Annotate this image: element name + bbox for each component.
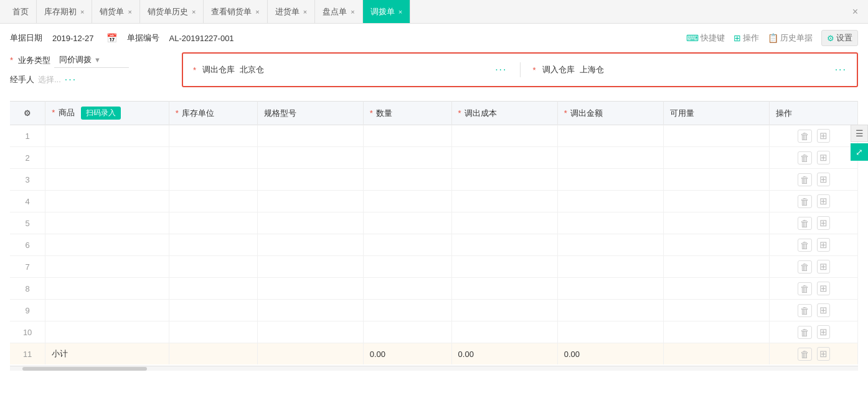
row-qty-cell[interactable]	[363, 147, 451, 169]
row-product-cell[interactable]	[45, 300, 169, 321]
delete-icon[interactable]: 🗑	[798, 195, 812, 208]
row-unit-cell[interactable]	[169, 321, 257, 343]
row-available-cell[interactable]	[663, 321, 769, 343]
tab-close-icon[interactable]: ×	[255, 8, 259, 16]
row-product-cell[interactable]	[45, 234, 169, 256]
horizontal-scrollbar[interactable]	[10, 366, 858, 371]
row-unit-cell[interactable]	[169, 125, 257, 147]
row-spec-cell[interactable]	[257, 125, 363, 147]
row-product-cell[interactable]	[45, 212, 169, 234]
copy-icon[interactable]: ⊞	[817, 151, 830, 164]
row-amount-cell[interactable]	[557, 256, 663, 278]
tab-sales-history[interactable]: 销货单历史 ×	[140, 0, 204, 23]
history-button[interactable]: 📋 历史单据	[768, 32, 813, 44]
copy-icon[interactable]: ⊞	[817, 129, 830, 143]
table-gear-icon[interactable]: ⚙	[24, 108, 31, 118]
in-warehouse-more-icon[interactable]: ···	[835, 64, 847, 75]
tab-home[interactable]: 首页	[5, 0, 37, 23]
row-cost-cell[interactable]	[451, 191, 557, 212]
row-unit-cell[interactable]	[169, 256, 257, 278]
row-available-cell[interactable]	[663, 300, 769, 321]
tab-inventory-count[interactable]: 盘点单 ×	[315, 0, 362, 23]
row-qty-cell[interactable]	[363, 321, 451, 343]
copy-icon[interactable]: ⊞	[817, 325, 830, 339]
row-spec-cell[interactable]	[257, 278, 363, 300]
delete-icon[interactable]: 🗑	[798, 304, 812, 317]
copy-icon[interactable]: ⊞	[817, 238, 830, 252]
row-product-cell[interactable]	[45, 191, 169, 212]
row-amount-cell[interactable]	[557, 125, 663, 147]
row-spec-cell[interactable]	[257, 256, 363, 278]
tab-close-icon[interactable]: ×	[192, 8, 196, 16]
row-product-cell[interactable]	[45, 278, 169, 300]
tab-view-sales[interactable]: 查看销货单 ×	[204, 0, 267, 23]
delete-icon[interactable]: 🗑	[798, 282, 812, 295]
row-product-cell[interactable]	[45, 169, 169, 191]
float-list-button[interactable]: ☰	[851, 125, 868, 142]
row-cost-cell[interactable]	[451, 147, 557, 169]
col-settings-header[interactable]: ⚙	[10, 102, 45, 125]
scan-button[interactable]: 扫码录入	[81, 107, 121, 120]
delete-icon[interactable]: 🗑	[798, 151, 812, 164]
operation-button[interactable]: ⊞ 操作	[734, 32, 759, 44]
row-available-cell[interactable]	[663, 212, 769, 234]
copy-icon[interactable]: ⊞	[817, 194, 830, 208]
delete-icon[interactable]: 🗑	[798, 348, 812, 361]
copy-icon[interactable]: ⊞	[817, 216, 830, 230]
copy-icon[interactable]: ⊞	[817, 173, 830, 186]
row-unit-cell[interactable]	[169, 278, 257, 300]
row-unit-cell[interactable]	[169, 234, 257, 256]
scrollbar-thumb[interactable]	[22, 367, 147, 371]
row-amount-cell[interactable]	[557, 169, 663, 191]
tab-close-icon[interactable]: ×	[128, 8, 131, 16]
row-unit-cell[interactable]	[169, 169, 257, 191]
row-unit-cell[interactable]	[169, 191, 257, 212]
row-spec-cell[interactable]	[257, 234, 363, 256]
row-qty-cell[interactable]	[363, 191, 451, 212]
row-amount-cell[interactable]	[557, 278, 663, 300]
out-warehouse-more-icon[interactable]: ···	[495, 64, 507, 75]
tab-transfer-order[interactable]: 调拨单 ×	[363, 0, 410, 23]
row-amount-cell[interactable]	[557, 321, 663, 343]
tab-sales-order[interactable]: 销货单 ×	[92, 0, 139, 23]
delete-icon[interactable]: 🗑	[798, 260, 812, 274]
row-cost-cell[interactable]	[451, 300, 557, 321]
row-available-cell[interactable]	[663, 169, 769, 191]
tab-purchase-order[interactable]: 进货单 ×	[268, 0, 315, 23]
row-amount-cell[interactable]	[557, 300, 663, 321]
row-cost-cell[interactable]	[451, 321, 557, 343]
row-spec-cell[interactable]	[257, 321, 363, 343]
row-amount-cell[interactable]	[557, 191, 663, 212]
tab-close-icon[interactable]: ×	[351, 8, 354, 16]
row-cost-cell[interactable]	[451, 234, 557, 256]
row-product-cell[interactable]	[45, 256, 169, 278]
row-cost-cell[interactable]	[451, 256, 557, 278]
window-close-icon[interactable]: ×	[847, 6, 863, 17]
row-spec-cell[interactable]	[257, 169, 363, 191]
row-amount-cell[interactable]	[557, 212, 663, 234]
row-amount-cell[interactable]	[557, 234, 663, 256]
row-product-cell[interactable]	[45, 147, 169, 169]
settings-button[interactable]: ⚙ 设置	[821, 30, 858, 46]
row-product-cell[interactable]	[45, 321, 169, 343]
row-qty-cell[interactable]	[363, 300, 451, 321]
row-available-cell[interactable]	[663, 234, 769, 256]
row-cost-cell[interactable]	[451, 125, 557, 147]
row-available-cell[interactable]	[663, 125, 769, 147]
row-spec-cell[interactable]	[257, 191, 363, 212]
calendar-icon[interactable]: 📅	[106, 33, 117, 43]
handler-more-icon[interactable]: ···	[65, 74, 77, 85]
row-qty-cell[interactable]	[363, 278, 451, 300]
row-qty-cell[interactable]	[363, 125, 451, 147]
handler-input[interactable]: 选择...	[38, 74, 61, 85]
delete-icon[interactable]: 🗑	[798, 239, 812, 252]
copy-icon[interactable]: ⊞	[817, 303, 830, 317]
row-available-cell[interactable]	[663, 147, 769, 169]
row-product-cell[interactable]	[45, 125, 169, 147]
row-spec-cell[interactable]	[257, 300, 363, 321]
copy-icon[interactable]: ⊞	[817, 347, 830, 361]
row-cost-cell[interactable]	[451, 212, 557, 234]
row-unit-cell[interactable]	[169, 300, 257, 321]
delete-icon[interactable]: 🗑	[798, 217, 812, 230]
row-cost-cell[interactable]	[451, 169, 557, 191]
